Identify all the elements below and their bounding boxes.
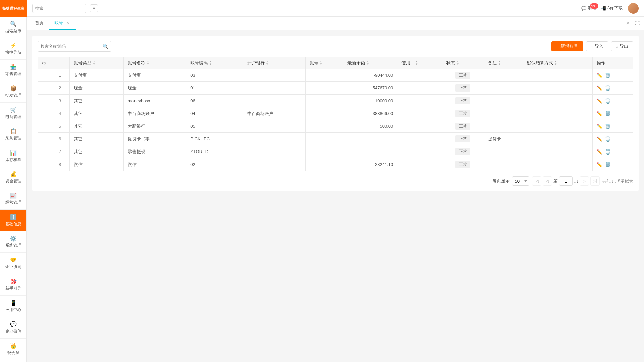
account-search-input[interactable]: [41, 44, 103, 49]
cell-settings-3: [38, 107, 50, 120]
export-label: 导出: [620, 43, 628, 49]
edit-button-6[interactable]: ✏️: [597, 149, 602, 155]
th-settings[interactable]: ⚙: [38, 57, 50, 69]
page-nav: |◁ ◁ 第 1 页 ▷ ▷|: [532, 176, 600, 186]
delete-button-7[interactable]: 🗑️: [605, 162, 611, 167]
sidebar-item-ops-mgmt[interactable]: 📈 经营管理: [0, 188, 26, 210]
tab-close-icon[interactable]: ✕: [65, 20, 70, 26]
topbar: ▾ 💬 消息 99+ 📲 App下载: [27, 0, 644, 17]
sidebar-item-label-retail-mgmt: 零售管理: [5, 71, 21, 77]
cell-action-5: ✏️ 🗑️: [592, 133, 633, 145]
th-bank[interactable]: 开户银行▲▼: [243, 57, 305, 69]
cell-remark-3: [484, 107, 523, 120]
page-input[interactable]: 1: [559, 176, 573, 186]
th-default[interactable]: 默认结算方式▲▼: [523, 57, 593, 69]
export-icon: ↓: [616, 44, 619, 49]
table-row: 2 现金 现金 01 547670.00 正常 ✏️ 🗑️: [38, 82, 633, 95]
sidebar-item-quick-nav[interactable]: ⚡ 快捷导航: [0, 38, 26, 60]
cell-usage-7: [397, 158, 442, 171]
th-usage[interactable]: 使用...▲▼: [397, 57, 442, 69]
delete-button-0[interactable]: 🗑️: [605, 73, 611, 78]
cell-status-6: 正常: [442, 145, 484, 158]
cell-action-0: ✏️ 🗑️: [592, 69, 633, 82]
sidebar-item-basic-info[interactable]: ℹ️ 基础信息: [0, 210, 26, 231]
enterprise-wechat-icon: 💬: [10, 321, 17, 327]
cell-settings-7: [38, 158, 50, 171]
prev-page-button[interactable]: ◁: [543, 176, 552, 186]
sidebar-item-enterprise-agreement[interactable]: 🤝 企业协同: [0, 253, 26, 274]
th-balance[interactable]: 最新余额▲▼: [343, 57, 397, 69]
sidebar-item-app-center[interactable]: 📱 应用中心: [0, 296, 26, 317]
tab-home[interactable]: 首页: [30, 17, 49, 30]
cell-index-7: 8: [50, 158, 70, 171]
import-button[interactable]: ↑ 导入: [586, 41, 608, 51]
table-row: 8 微信 微信 02 28241.10 正常 ✏️ 🗑️: [38, 158, 633, 171]
edit-button-2[interactable]: ✏️: [597, 98, 602, 104]
topbar-dropdown[interactable]: ▾: [90, 4, 98, 12]
delete-button-6[interactable]: 🗑️: [605, 149, 611, 155]
delete-button-3[interactable]: 🗑️: [605, 111, 611, 116]
basic-info-icon: ℹ️: [10, 214, 17, 220]
account-search-icon[interactable]: 🔍: [103, 44, 108, 49]
topbar-search-input[interactable]: [32, 4, 86, 13]
delete-button-2[interactable]: 🗑️: [605, 98, 611, 104]
edit-button-1[interactable]: ✏️: [597, 85, 602, 91]
message-button[interactable]: 💬 消息 99+: [581, 5, 596, 11]
last-page-button[interactable]: ▷|: [590, 176, 600, 186]
sidebar-item-retail-mgmt[interactable]: 🏪 零售管理: [0, 60, 26, 81]
sidebar-item-system-mgmt[interactable]: ⚙️ 系统管理: [0, 231, 26, 253]
cell-name-0: 支付宝: [124, 69, 186, 82]
sidebar-item-label-system-mgmt: 系统管理: [5, 243, 21, 248]
first-page-button[interactable]: |◁: [532, 176, 541, 186]
pagination: 每页显示 50 20 100 |◁ ◁ 第 1 页 ▷ ▷| 共1页，8条: [38, 171, 633, 186]
delete-button-5[interactable]: 🗑️: [605, 136, 611, 142]
ecommerce-mgmt-icon: 🛒: [10, 107, 17, 113]
edit-button-4[interactable]: ✏️: [597, 124, 602, 129]
sidebar-item-inventory-check[interactable]: 📊 库存核算: [0, 145, 26, 167]
sidebar-item-enterprise-wechat[interactable]: 💬 企业微信: [0, 317, 26, 339]
sidebar-item-wholesale-mgmt[interactable]: 📦 批发管理: [0, 81, 26, 103]
delete-button-1[interactable]: 🗑️: [605, 85, 611, 91]
system-mgmt-icon: ⚙️: [10, 235, 17, 242]
topbar-right: 💬 消息 99+ 📲 App下载: [581, 3, 639, 14]
th-remark[interactable]: 备注▲▼: [484, 57, 523, 69]
cell-bank-1: [243, 82, 305, 95]
delete-button-4[interactable]: 🗑️: [605, 124, 611, 129]
content-area: 🔍 + 新增账号 ↑ 导入 ↓ 导出: [27, 30, 644, 362]
tab-fullscreen-button[interactable]: ⛶: [633, 19, 641, 27]
cell-default-3: [523, 107, 593, 120]
tab-account[interactable]: 账号 ✕: [49, 17, 76, 30]
add-account-button[interactable]: + 新增账号: [551, 41, 583, 51]
sidebar-item-label-wholesale-mgmt: 批发管理: [5, 93, 21, 98]
sidebar-item-purchase-mgmt[interactable]: 📋 采购管理: [0, 124, 26, 145]
sidebar-item-search-menu[interactable]: 🔍 搜索菜单: [0, 17, 26, 38]
th-account[interactable]: 账号▲▼: [305, 57, 343, 69]
page-size-select[interactable]: 50 20 100: [512, 176, 529, 186]
cell-bank-0: [243, 69, 305, 82]
sidebar-item-ecommerce-mgmt[interactable]: 🛒 电商管理: [0, 103, 26, 124]
sidebar-item-vip-member[interactable]: 👑 畅会员: [0, 339, 26, 360]
app-download-button[interactable]: 📲 App下载: [601, 5, 623, 11]
th-name[interactable]: 账号名称▲▼: [124, 57, 186, 69]
cell-type-1: 现金: [70, 82, 124, 95]
th-status[interactable]: 状态▲▼: [442, 57, 484, 69]
th-type[interactable]: 账号类型▲▼: [70, 57, 124, 69]
edit-button-5[interactable]: ✏️: [597, 136, 602, 142]
sidebar-item-label-enterprise-wechat: 企业微信: [5, 328, 21, 334]
retail-mgmt-icon: 🏪: [10, 64, 17, 70]
export-button[interactable]: ↓ 导出: [611, 41, 634, 51]
avatar[interactable]: [628, 3, 639, 14]
edit-button-0[interactable]: ✏️: [597, 73, 602, 78]
edit-button-3[interactable]: ✏️: [597, 111, 602, 116]
tab-home-label: 首页: [35, 20, 44, 26]
tab-close-all-button[interactable]: ✕: [624, 19, 632, 27]
sidebar-item-label-inventory-check: 库存核算: [5, 157, 21, 163]
sidebar-item-newbie-guide[interactable]: 🎯 新手引导: [0, 274, 26, 296]
edit-button-7[interactable]: ✏️: [597, 162, 602, 167]
cell-status-4: 正常: [442, 120, 484, 133]
sidebar-item-capital-mgmt[interactable]: 💰 资金管理: [0, 167, 26, 188]
cell-balance-3: 383866.00: [343, 107, 397, 120]
th-code[interactable]: 账号编码▲▼: [186, 57, 243, 69]
accounts-panel: 🔍 + 新增账号 ↑ 导入 ↓ 导出: [32, 36, 639, 191]
next-page-button[interactable]: ▷: [580, 176, 589, 186]
